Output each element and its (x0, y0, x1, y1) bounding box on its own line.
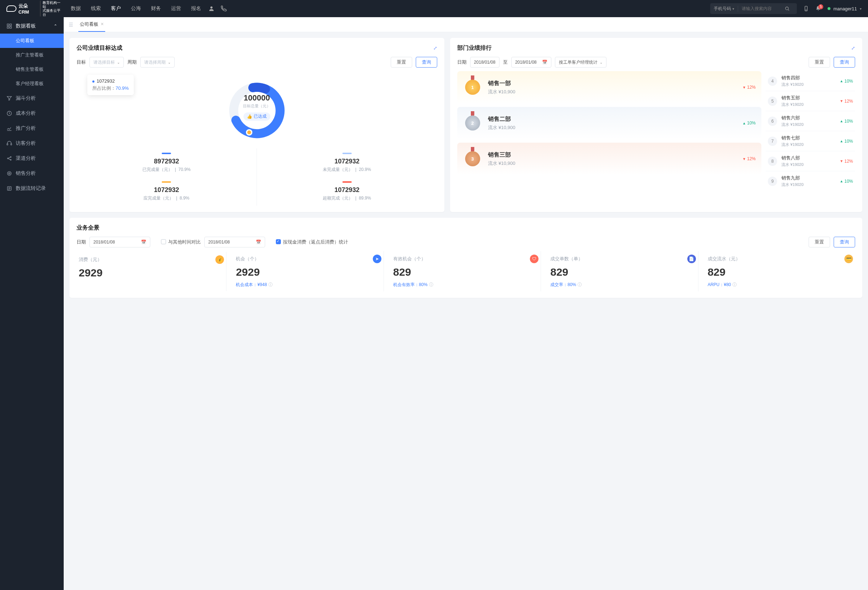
rank-number: 6 (768, 116, 777, 126)
rank-row-2[interactable]: 2 销售二部流水 ¥10,900 ▲10% (457, 107, 762, 139)
menu-icon[interactable]: ☰ (69, 22, 73, 28)
metric-footer: 成交率：80%ⓘ (550, 282, 695, 288)
query-button[interactable]: 查询 (834, 237, 855, 247)
nav-customers[interactable]: 客户 (111, 5, 121, 12)
nav-finance[interactable]: 财务 (151, 5, 161, 12)
svg-point-15 (9, 173, 10, 174)
sidebar-item-visitor[interactable]: 访客分析 (0, 136, 64, 151)
notif-badge: 5 (818, 4, 823, 9)
rank-row[interactable]: 7 销售七部流水 ¥19020 ▲10% (766, 131, 855, 151)
search-category[interactable]: 手机号码▾ (710, 6, 738, 12)
rank-row-3[interactable]: 3 销售三部流水 ¥10,900 ▼12% (457, 143, 762, 175)
donut-chart: 1072932 所占比例：70.9% 100000 目标总量（元） 👍已达成 (77, 71, 437, 146)
sidebar-item-funnel[interactable]: 漏斗分析 (0, 91, 64, 106)
arrow-down-icon: ▼ (743, 85, 746, 90)
target-stats: 8972932 已完成量（元） | 70.9% 1072932 未完成量（元） … (77, 149, 437, 206)
reset-button[interactable]: 重置 (391, 57, 412, 68)
nav-signup[interactable]: 报名 (191, 5, 201, 12)
sidebar-group-dashboard[interactable]: 数据看板 ⌃ (0, 19, 64, 34)
search-box: 手机号码▾ (710, 3, 797, 14)
reset-button[interactable]: 重置 (809, 57, 830, 68)
metric-value: 829 (708, 266, 853, 278)
query-button[interactable]: 查询 (834, 57, 855, 68)
user-menu[interactable]: manager11 ▾ (828, 6, 862, 12)
arrow-up-icon: ▲ (840, 79, 843, 83)
metric-icon: 📄 (687, 255, 696, 263)
calendar-icon: 📅 (141, 240, 146, 244)
date-from-input[interactable]: 2018/01/08 (470, 57, 499, 68)
dashboard-icon (6, 23, 12, 29)
sidebar-item-sales-mgr[interactable]: 销售主管看板 (0, 62, 64, 77)
metric-label: 机会（个） (236, 256, 259, 262)
tab-close-icon[interactable]: ✕ (100, 22, 104, 26)
help-icon[interactable]: ⓘ (429, 282, 433, 287)
rank-row-1[interactable]: 1 销售一部流水 ¥10,900 ▼12% (457, 71, 762, 103)
delta-up: ▲10% (840, 179, 853, 184)
target-select[interactable]: 请选择目标⌄ (89, 57, 124, 68)
metric-icon: 💳 (844, 255, 853, 263)
nav-ops[interactable]: 运营 (171, 5, 181, 12)
help-icon[interactable]: ⓘ (577, 282, 582, 287)
help-icon[interactable]: ⓘ (732, 282, 737, 287)
help-icon[interactable]: ⓘ (268, 282, 273, 287)
expand-icon[interactable]: ⤢ (851, 46, 855, 51)
main: ☰ 公司看板 ✕ 公司业绩目标达成 ⤢ 目标 请选择目标⌄ 周期 请选择周期⌄ (64, 17, 868, 590)
rank-row[interactable]: 9 销售九部流水 ¥19020 ▲10% (766, 171, 855, 191)
metric-label: 有效机会（个） (393, 256, 426, 262)
search-button[interactable] (785, 6, 797, 11)
rank-number: 9 (768, 177, 777, 186)
tab-company-board[interactable]: 公司看板 ✕ (78, 17, 105, 32)
reset-button[interactable]: 重置 (809, 237, 830, 247)
date-to-input[interactable]: 2018/01/08 📅 (511, 57, 551, 68)
rank-number: 8 (768, 157, 777, 166)
overview-metrics: 消费（元） 💰 2929 机会（个） ➤ 2929 机会成本：¥948ⓘ有效机会… (77, 251, 855, 291)
rank-row[interactable]: 6 销售六部流水 ¥19020 ▲10% (766, 111, 855, 131)
expand-icon[interactable]: ⤢ (433, 46, 437, 51)
nav-pool[interactable]: 公海 (131, 5, 141, 12)
svg-point-1 (786, 7, 788, 10)
svg-point-3 (806, 10, 806, 10)
compare-date-input[interactable]: 2018/01/08📅 (204, 237, 265, 247)
svg-point-0 (210, 6, 213, 9)
period-select[interactable]: 请选择周期⌄ (140, 57, 174, 68)
rank-number: 4 (768, 77, 777, 86)
svg-point-11 (7, 158, 9, 159)
mode-select[interactable]: 按工单客户经理统计⌄ (555, 57, 607, 68)
metric-icon: ➤ (373, 255, 381, 263)
sidebar-item-acct-mgr[interactable]: 客户经理看板 (0, 77, 64, 91)
nav-data[interactable]: 数据 (71, 5, 81, 12)
rank-row[interactable]: 8 销售八部流水 ¥19020 ▼12% (766, 151, 855, 171)
sidebar-item-company[interactable]: 公司看板 (0, 34, 64, 48)
metric-card: 消费（元） 💰 2929 (77, 252, 226, 291)
metric-footer: 机会成本：¥948ⓘ (236, 282, 381, 288)
sidebar-item-flow-log[interactable]: 数据流转记录 (0, 181, 64, 196)
nav-items: 数据 线索 客户 公海 财务 运营 报名 (71, 5, 201, 12)
mobile-icon[interactable] (803, 6, 809, 12)
sidebar-item-promo-mgr[interactable]: 推广主管看板 (0, 48, 64, 62)
overview-date-input[interactable]: 2018/01/08📅 (89, 237, 150, 247)
donut-value: 100000 (243, 93, 270, 103)
bell-icon[interactable]: 5 (815, 6, 821, 12)
phone-icon[interactable] (220, 5, 227, 12)
nav-leads[interactable]: 线索 (91, 5, 101, 12)
sidebar-item-cost[interactable]: 成本分析 (0, 106, 64, 121)
achieved-badge: 👍已达成 (243, 112, 270, 121)
logo[interactable]: 云朵CRM 教育机构一站式服务云平台 (6, 1, 64, 16)
thumb-icon: 👍 (247, 114, 252, 119)
svg-rect-7 (10, 26, 12, 28)
sidebar: 数据看板 ⌃ 公司看板 推广主管看板 销售主管看板 客户经理看板 漏斗分析 成本… (0, 17, 64, 590)
svg-rect-9 (7, 144, 8, 145)
search-input[interactable] (738, 6, 785, 11)
sidebar-item-sales[interactable]: 销售分析 (0, 166, 64, 181)
chart-tooltip: 1072932 所占比例：70.9% (87, 75, 134, 95)
rank-row[interactable]: 5 销售五部流水 ¥19020 ▼12% (766, 91, 855, 111)
rank-row[interactable]: 4 销售四部流水 ¥19020 ▲10% (766, 71, 855, 91)
sidebar-item-channel[interactable]: 渠道分析 (0, 151, 64, 166)
svg-point-20 (247, 130, 251, 135)
query-button[interactable]: 查询 (416, 57, 437, 68)
user-icon[interactable] (208, 5, 215, 12)
compare-checkbox[interactable]: 与其他时间对比 (161, 239, 201, 245)
cash-checkbox[interactable]: 按现金消费（返点后消费）统计 (276, 239, 348, 245)
ranking-title: 部门业绩排行 (457, 44, 492, 52)
sidebar-item-promo[interactable]: 推广分析 (0, 121, 64, 136)
